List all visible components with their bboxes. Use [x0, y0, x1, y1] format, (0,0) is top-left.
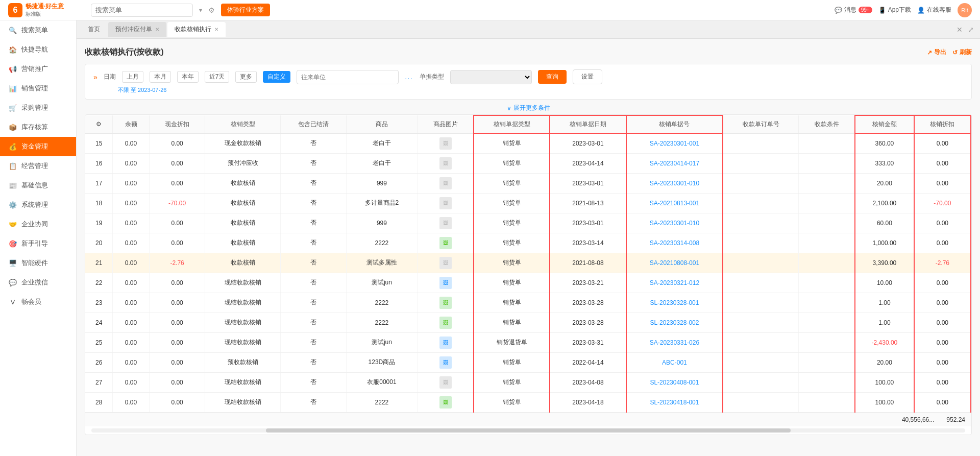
sidebar-item-wechat[interactable]: 💬 企业微信	[0, 273, 76, 292]
doc-no-link[interactable]: SL-20230418-001	[650, 399, 699, 406]
user-avatar[interactable]: Rit	[958, 3, 972, 17]
doc-no-link[interactable]: SA-20230301-010	[650, 220, 699, 227]
date-last-month-btn[interactable]: 上月	[122, 71, 143, 83]
doc-no-link[interactable]: SA-20230314-008	[650, 239, 699, 247]
page-content: 收款核销执行(按收款) ↗ 导出 ↺ 刷新 » 日期 上月	[77, 39, 980, 456]
sidebar-item-finance[interactable]: 💰 资金管理	[0, 137, 76, 156]
date-more-btn[interactable]: 更多	[235, 71, 257, 83]
cell-goods: 测试jun	[346, 273, 417, 293]
doc-no-link[interactable]: SA-20210808-001	[650, 259, 699, 267]
cell-include-settled: 否	[281, 153, 347, 173]
window-expand-btn[interactable]: ⤢	[966, 23, 976, 36]
cell-write-off-discount: 0.00	[914, 332, 971, 352]
cell-write-off-amount: 60.00	[855, 213, 914, 233]
system-icon: ⚙️	[8, 201, 17, 209]
sidebar-item-search[interactable]: 🔍 搜索菜单	[0, 20, 76, 40]
cell-write-off-amount: 3,390.00	[855, 253, 914, 273]
tab-home[interactable]: 首页	[81, 22, 107, 37]
doc-no-link[interactable]: SA-20210813-001	[650, 200, 699, 207]
doc-no-link[interactable]: SL-20230328-001	[650, 299, 699, 306]
cell-goods: 999	[346, 173, 417, 193]
sidebar-item-inventory[interactable]: 📦 库存核算	[0, 117, 76, 137]
setting-btn[interactable]: 设置	[573, 69, 602, 84]
online-service-btn[interactable]: 👤 在线客服	[917, 6, 951, 14]
cell-write-off-amount: 1.00	[855, 293, 914, 313]
tab-writeoff[interactable]: 收款核销执行 ✕	[167, 22, 226, 37]
query-btn[interactable]: 查询	[538, 70, 567, 84]
from-unit-input[interactable]	[297, 70, 399, 84]
sidebar-item-purchase[interactable]: 🛒 采购管理	[0, 98, 76, 117]
industry-solution-btn[interactable]: 体验行业方案	[221, 4, 270, 16]
refresh-label: 刷新	[960, 48, 972, 57]
doc-no-link[interactable]: SA-20230321-012	[650, 279, 699, 286]
cell-doc-no: SL-20230418-001	[626, 392, 723, 412]
sidebar-item-system[interactable]: ⚙️ 系统管理	[0, 195, 76, 214]
cell-write-off-discount: -70.00	[914, 193, 971, 213]
sidebar-item-marketing[interactable]: 📢 营销推广	[0, 59, 76, 79]
col-goods-img: 商品图片	[418, 115, 474, 133]
cell-cash-discount: 0.00	[149, 332, 205, 352]
date-value-row: 不限 至 2023-07-26	[118, 86, 963, 94]
table-row: 21 0.00 -2.76 收款核销 否 测试多属性 🖼 销货单 2021-08…	[85, 253, 971, 273]
sales-icon: 📊	[8, 85, 17, 92]
scroll-thumb[interactable]	[266, 428, 790, 433]
export-btn[interactable]: ↗ 导出	[927, 48, 946, 57]
cell-balance: 0.00	[113, 372, 149, 392]
member-icon: V	[8, 298, 17, 306]
export-label: 导出	[934, 48, 946, 57]
doc-type-select[interactable]	[450, 70, 532, 84]
doc-no-link[interactable]: ABC-001	[662, 359, 687, 366]
date-7days-btn[interactable]: 近7天	[205, 71, 230, 83]
table-row: 20 0.00 0.00 收款核销 否 2222 🖼 销货单 2023-03-1…	[85, 233, 971, 253]
table-row: 28 0.00 0.00 现结收款核销 否 2222 🖼 销货单 2023-04…	[85, 392, 971, 412]
col-doc-type: 核销单据类型	[474, 115, 550, 133]
dropdown-icon[interactable]: ▾	[199, 7, 202, 14]
date-range-value: 不限 至 2023-07-26	[118, 87, 166, 93]
sidebar-item-sales[interactable]: 📊 销售管理	[0, 79, 76, 98]
sidebar-item-quicknav[interactable]: 🏠 快捷导航	[0, 40, 76, 59]
horizontal-scrollbar[interactable]	[91, 428, 965, 433]
cell-receipt-no	[723, 213, 799, 233]
sidebar-item-guide[interactable]: 🎯 新手引导	[0, 234, 76, 253]
window-close-btn[interactable]: ✕	[954, 23, 965, 36]
refresh-btn[interactable]: ↺ 刷新	[952, 48, 972, 57]
doc-no-link[interactable]: SL-20230408-001	[650, 379, 699, 386]
cell-doc-no: SL-20230328-001	[626, 293, 723, 313]
cell-write-off-discount: 0.00	[914, 133, 971, 153]
doc-no-link[interactable]: SA-20230301-010	[650, 180, 699, 187]
message-btn[interactable]: 💬 消息 99+	[835, 6, 872, 14]
sidebar-label-wechat: 企业微信	[21, 278, 48, 287]
sidebar-item-basics[interactable]: 📰 基础信息	[0, 176, 76, 195]
sidebar-item-operations[interactable]: 📋 经营管理	[0, 156, 76, 176]
cell-doc-type: 销货单	[474, 233, 550, 253]
cell-balance: 0.00	[113, 293, 149, 313]
finance-icon: 💰	[8, 143, 17, 151]
sidebar-item-hardware[interactable]: 🖥️ 智能硬件	[0, 253, 76, 273]
cell-receipt-cond	[799, 173, 855, 193]
filter-collapse-btn[interactable]: »	[93, 73, 97, 81]
expand-more-btn[interactable]: ∨ 展开更多条件	[507, 104, 550, 112]
date-this-year-btn[interactable]: 本年	[177, 71, 199, 83]
sidebar-item-collab[interactable]: 🤝 企业协同	[0, 214, 76, 234]
doc-no-link[interactable]: SL-20230328-002	[650, 319, 699, 326]
sidebar-item-member[interactable]: V 畅会员	[0, 292, 76, 311]
cell-write-off-amount: 20.00	[855, 173, 914, 193]
tab-prepay[interactable]: 预付冲应付单 ✕	[108, 22, 166, 37]
cell-write-off-type: 现结收款核销	[205, 313, 281, 332]
tab-prepay-close[interactable]: ✕	[155, 27, 159, 32]
global-search-input[interactable]	[91, 4, 193, 17]
date-this-month-btn[interactable]: 本月	[150, 71, 171, 83]
cell-balance: 0.00	[113, 133, 149, 153]
guide-icon: 🎯	[8, 240, 17, 248]
doc-type-label: 单据类型	[420, 73, 444, 81]
cell-goods-img: 🖼	[418, 313, 474, 332]
date-custom-btn[interactable]: 自定义	[263, 71, 290, 83]
tab-writeoff-close[interactable]: ✕	[214, 27, 218, 32]
doc-no-link[interactable]: SA-20230331-026	[650, 339, 699, 346]
doc-no-link[interactable]: SA-20230301-001	[650, 140, 699, 147]
doc-no-link[interactable]: SA-20230414-017	[650, 160, 699, 167]
cell-receipt-no	[723, 173, 799, 193]
settings-icon[interactable]: ⚙	[208, 6, 215, 14]
app-download-btn[interactable]: 📱 App下载	[878, 6, 911, 14]
cell-include-settled: 否	[281, 332, 347, 352]
